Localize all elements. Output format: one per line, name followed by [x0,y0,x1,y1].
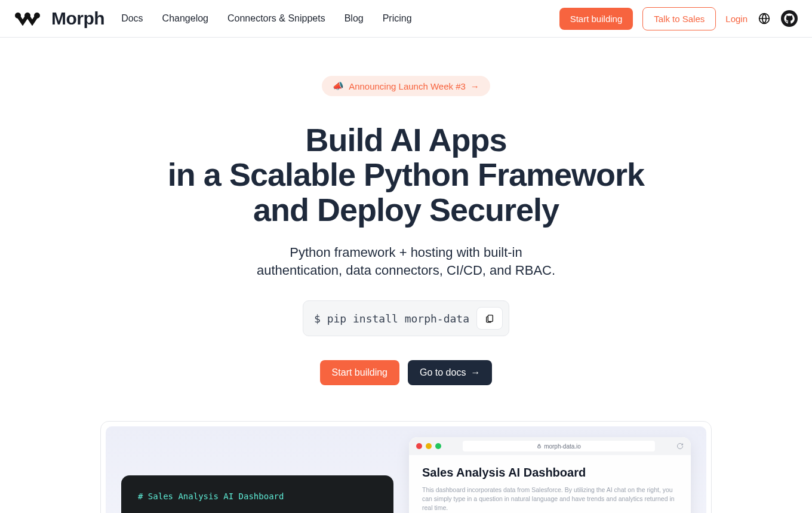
nav-changelog[interactable]: Changelog [162,13,208,24]
dashboard-title: Sales Analysis AI Dashboard [422,466,678,480]
dashboard-description: This dashboard incorporates data from Sa… [422,486,678,512]
announcement-pill[interactable]: 📣 Announcing Launch Week #3 → [322,76,490,96]
preview-inner: # Sales Analysis AI Dashboard This dashb… [106,426,706,513]
svg-rect-5 [538,446,541,448]
code-editor-mock: # Sales Analysis AI Dashboard This dashb… [121,475,393,513]
browser-content: Sales Analysis AI Dashboard This dashboa… [409,455,691,513]
logo-mark-icon [14,11,47,26]
browser-mock: morph-data.io Sales Analysis AI Dashboar… [409,437,691,513]
hero-cta-row: Start building Go to docs → [0,360,812,385]
nav-connectors[interactable]: Connectors & Snippets [227,13,325,24]
go-to-docs-button[interactable]: Go to docs → [408,360,492,385]
logo[interactable]: Morph [14,8,104,29]
url-bar: morph-data.io [463,441,655,451]
install-command-box: $ pip install morph-data [303,300,509,336]
hero-title: Build AI Apps in a Scalable Python Frame… [0,122,812,227]
arrow-right-icon: → [470,367,480,378]
announcement-text: Announcing Launch Week #3 [349,81,466,91]
refresh-icon [676,443,684,450]
maximize-icon [435,443,441,449]
header-actions: Start building Talk to Sales Login [559,7,798,30]
start-building-button[interactable]: Start building [559,8,633,30]
header: Morph Docs Changelog Connectors & Snippe… [0,0,812,38]
svg-rect-4 [488,315,493,322]
browser-titlebar: morph-data.io [409,437,691,455]
language-icon[interactable] [757,11,771,26]
lock-icon [537,444,542,449]
arrow-right-icon: → [470,81,479,91]
github-icon[interactable] [781,10,798,27]
copy-button[interactable] [476,307,503,330]
code-heading: # Sales Analysis AI Dashboard [138,490,377,504]
minimize-icon [426,443,432,449]
close-icon [416,443,422,449]
hero-subtitle: Python framework + hosting with built-in… [0,244,812,279]
nav-pricing[interactable]: Pricing [383,13,412,24]
talk-to-sales-button[interactable]: Talk to Sales [642,7,716,30]
hero: 📣 Announcing Launch Week #3 → Build AI A… [0,38,812,385]
logo-text: Morph [51,8,104,29]
clipboard-icon [485,314,494,323]
top-nav: Docs Changelog Connectors & Snippets Blo… [121,13,411,24]
megaphone-icon: 📣 [333,81,344,91]
preview-container: # Sales Analysis AI Dashboard This dashb… [100,421,712,513]
hero-start-building-button[interactable]: Start building [320,360,399,385]
nav-docs[interactable]: Docs [121,13,143,24]
login-link[interactable]: Login [725,14,748,24]
install-command: $ pip install morph-data [314,312,469,325]
nav-blog[interactable]: Blog [345,13,364,24]
